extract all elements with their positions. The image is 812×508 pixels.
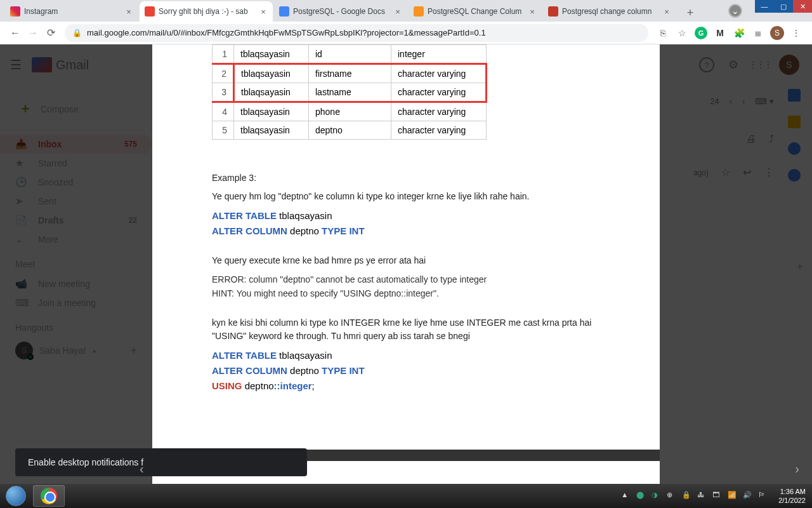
table-row: 2 tblaqsayasin firstname character varyi…	[213, 64, 487, 83]
back-button[interactable]: ←	[6, 24, 24, 42]
table-row: 3 tblaqsayasin lastname character varyin…	[213, 83, 487, 102]
tab-google-docs[interactable]: PostgreSQL - Google Docs ×	[274, 1, 407, 22]
forward-button[interactable]: →	[24, 24, 42, 42]
docs-icon	[279, 6, 289, 17]
doc-paragraph: Ye query execute krne ke bad hmre ps ye …	[212, 254, 600, 267]
db-schema-table: 1 tblaqsayasin id integer 2 tblaqsayasin…	[212, 44, 487, 140]
tab-gmail-active[interactable]: Sorry ghlt bhj diya :-) - sab ×	[140, 1, 273, 22]
tray-icon[interactable]: ⬤	[636, 491, 646, 501]
hint-line: HINT: You might need to specify "USING d…	[212, 286, 600, 300]
tab-title: Sorry ghlt bhj diya :-) - sab	[159, 7, 255, 16]
error-output-block: ERROR: column "deptno" cannot be cast au…	[212, 272, 600, 301]
cell-table: tblaqsayasin	[234, 102, 309, 121]
reload-button[interactable]: ⟳	[42, 24, 60, 42]
table-row: 5 tblaqsayasin deptno character varying	[213, 121, 487, 140]
tab-instagram[interactable]: Instagram ×	[5, 1, 138, 22]
close-icon[interactable]: ×	[662, 7, 671, 16]
tab-title: Instagram	[24, 7, 121, 16]
flag-icon[interactable]: 🏳	[758, 491, 768, 501]
url-text: mail.google.com/mail/u/0/#inbox/FMfcgzGm…	[87, 28, 486, 37]
row-number: 2	[213, 64, 234, 83]
profile-avatar-button[interactable]: S	[769, 25, 785, 41]
address-bar: ← → ⟳ 🔒 mail.google.com/mail/u/0/#inbox/…	[0, 22, 812, 44]
cell-table: tblaqsayasin	[234, 64, 309, 83]
close-icon[interactable]: ×	[393, 7, 402, 16]
clock-date: 2/1/2022	[778, 496, 806, 505]
tab-postgresql-column[interactable]: Postgresql change column ×	[543, 1, 676, 22]
extension-icon[interactable]: M	[712, 25, 728, 41]
sql-code-block: ALTER TABLE tblaqsayasin ALTER COLUMN de…	[212, 348, 600, 394]
extensions-puzzle-icon[interactable]: 🧩	[731, 25, 747, 41]
start-button[interactable]	[0, 484, 32, 508]
row-number: 1	[213, 45, 234, 64]
tab-title: Postgresql change column	[562, 7, 658, 16]
window-maximize-button[interactable]: ▢	[774, 0, 793, 13]
doc-paragraph: kyn ke kisi bhi column ki type ko INTEGE…	[212, 316, 600, 343]
tray-icon[interactable]: ◑	[652, 491, 662, 501]
reading-list-icon[interactable]: ≣	[750, 25, 766, 41]
cell-column: phone	[309, 102, 391, 121]
notification-toast[interactable]: Enable desktop notifications f	[15, 448, 307, 476]
chevron-down-icon: ⌄	[731, 6, 739, 16]
window-minimize-button[interactable]: —	[755, 0, 774, 13]
row-number: 3	[213, 83, 234, 102]
close-icon[interactable]: ×	[528, 7, 537, 16]
cell-column: id	[309, 45, 391, 64]
clock-time: 1:36 AM	[778, 487, 806, 496]
browser-tab-strip: Instagram × Sorry ghlt bhj diya :-) - sa…	[0, 0, 812, 22]
system-clock[interactable]: 1:36 AM 2/1/2022	[773, 487, 806, 505]
generic-favicon	[548, 6, 558, 17]
sql-code-block: ALTER TABLE tblaqsayasin ALTER COLUMN de…	[212, 208, 600, 239]
table-row: 1 tblaqsayasin id integer	[213, 45, 487, 64]
url-input[interactable]: 🔒 mail.google.com/mail/u/0/#inbox/FMfcgz…	[65, 24, 648, 42]
bookmark-star-button[interactable]: ☆	[674, 25, 690, 41]
cell-type: integer	[391, 45, 487, 64]
example-heading: Example 3:	[212, 171, 600, 185]
cell-type: character varying	[391, 64, 487, 83]
cell-table: tblaqsayasin	[234, 45, 309, 64]
taskbar-chrome[interactable]	[33, 485, 65, 507]
tab-title: PostgreSQL - Google Docs	[293, 7, 390, 16]
chrome-menu-button[interactable]: ⋮	[789, 25, 804, 41]
tray-icon[interactable]: 🗔	[712, 491, 723, 501]
attachment-preview-panel: 1 tblaqsayasin id integer 2 tblaqsayasin…	[152, 44, 660, 484]
cell-type: character varying	[391, 121, 487, 140]
cell-table: tblaqsayasin	[234, 121, 309, 140]
tray-icon[interactable]: ⊕	[667, 491, 677, 501]
tab-title: PostgreSQL Change Colum	[428, 7, 524, 16]
generic-favicon	[414, 6, 424, 17]
grammarly-extension-icon[interactable]: G	[693, 25, 709, 41]
system-tray: ▲ ⬤ ◑ ⊕ 🔒 🖧 🗔 📶 🔊 🏳 1:36 AM 2/1/2022	[621, 487, 812, 505]
instagram-icon	[10, 6, 20, 17]
cell-column: lastname	[309, 83, 391, 102]
tray-icon[interactable]: 🖧	[697, 491, 707, 501]
close-icon[interactable]: ×	[259, 7, 268, 16]
profile-chip[interactable]: ⌄	[728, 4, 742, 18]
row-number: 5	[213, 121, 234, 140]
windows-taskbar: ▲ ⬤ ◑ ⊕ 🔒 🖧 🗔 📶 🔊 🏳 1:36 AM 2/1/2022	[0, 484, 812, 508]
tab-postgresql-change[interactable]: PostgreSQL Change Colum ×	[409, 1, 542, 22]
window-close-button[interactable]: ✕	[793, 0, 812, 13]
share-button[interactable]: ⎘	[655, 25, 671, 41]
next-attachment-button[interactable]: ›	[795, 462, 799, 476]
prev-attachment-button[interactable]: ‹	[140, 462, 144, 476]
volume-icon[interactable]: 🔊	[743, 491, 753, 501]
lock-icon: 🔒	[72, 29, 82, 37]
chrome-icon	[41, 488, 57, 504]
gmail-icon	[145, 6, 155, 17]
cell-column: firstname	[309, 64, 391, 83]
row-number: 4	[213, 102, 234, 121]
windows-orb-icon	[6, 486, 26, 506]
network-icon[interactable]: 📶	[728, 491, 738, 501]
tray-icon[interactable]: 🔒	[682, 491, 692, 501]
error-line: ERROR: column "deptno" cannot be cast au…	[212, 272, 600, 286]
close-icon[interactable]: ×	[124, 7, 133, 16]
table-row: 4 tblaqsayasin phone character varying	[213, 102, 487, 121]
tray-overflow-icon[interactable]: ▲	[621, 491, 631, 501]
new-tab-button[interactable]: +	[681, 4, 699, 22]
doc-paragraph: Ye query hm log "deptno" ke column ki ty…	[212, 190, 600, 203]
cell-type: character varying	[391, 83, 487, 102]
cell-type: character varying	[391, 102, 487, 121]
cell-table: tblaqsayasin	[234, 83, 309, 102]
cell-column: deptno	[309, 121, 391, 140]
